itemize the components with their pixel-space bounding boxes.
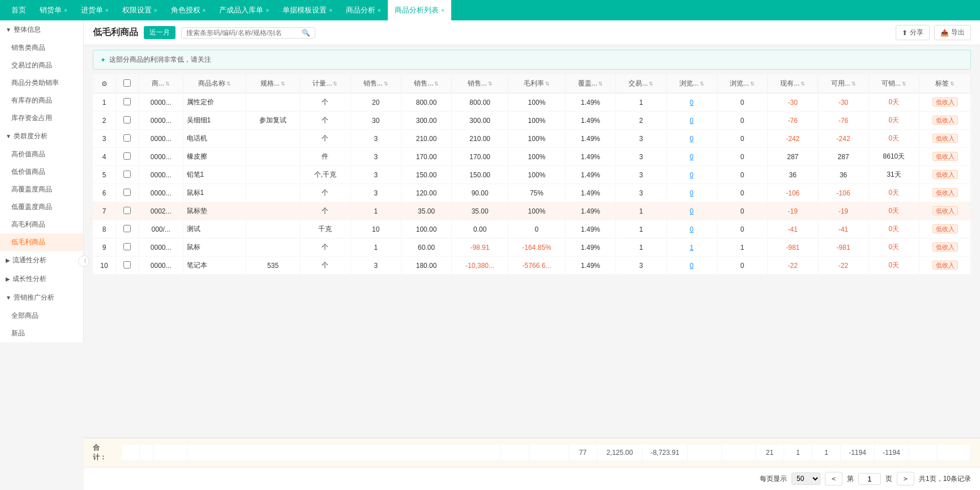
col-cover-rate[interactable]: 覆盖...⇅ — [565, 74, 615, 93]
row-browse1[interactable]: 0 — [666, 220, 717, 238]
sidebar-item-in-stock[interactable]: 有库存的商品 — [0, 92, 83, 109]
col-code[interactable]: 商...⇅ — [139, 74, 183, 93]
search-icon[interactable]: 🔍 — [302, 29, 310, 37]
col-sales-qty[interactable]: 销售...⇅ — [350, 74, 401, 93]
nav-product-entry[interactable]: 产成品入库单× — [212, 0, 276, 20]
row-checkbox[interactable] — [116, 184, 139, 202]
col-name[interactable]: 商品名称⇅ — [183, 74, 246, 93]
nav-sales[interactable]: 销货单× — [33, 0, 74, 20]
prev-page-btn[interactable]: ＜ — [825, 472, 842, 485]
col-browse1[interactable]: 浏览...⇅ — [666, 74, 717, 93]
close-icon[interactable]: × — [329, 7, 332, 14]
row-select-checkbox[interactable] — [123, 225, 131, 232]
sidebar-group-marketing[interactable]: ▼ 营销推广分析 — [0, 288, 83, 307]
nav-product-analysis[interactable]: 商品分析× — [339, 0, 388, 20]
row-tag[interactable]: 低收入 — [919, 257, 971, 275]
row-tag[interactable]: 低收入 — [919, 184, 971, 202]
nav-template[interactable]: 单据模板设置× — [276, 0, 339, 20]
col-unit[interactable]: 计量...⇅ — [300, 74, 350, 93]
row-checkbox[interactable] — [116, 93, 139, 112]
row-name[interactable]: 笔记本 — [183, 257, 246, 275]
close-icon[interactable]: × — [64, 7, 67, 14]
col-checkbox[interactable] — [116, 74, 139, 93]
sidebar-group-liquidity[interactable]: ▶ 流通性分析 — [0, 251, 83, 270]
row-checkbox[interactable] — [116, 202, 139, 220]
row-name[interactable]: 鼠标1 — [183, 184, 246, 202]
col-sales-amount[interactable]: 销售...⇅ — [452, 74, 508, 93]
row-browse1[interactable]: 0 — [666, 112, 717, 130]
row-browse1[interactable]: 0 — [666, 202, 717, 220]
row-tag[interactable]: 低收入 — [919, 166, 971, 184]
row-name[interactable]: 橡皮擦 — [183, 148, 246, 166]
nav-permissions[interactable]: 权限设置× — [115, 0, 164, 20]
nav-purchase[interactable]: 进货单× — [74, 0, 115, 20]
sidebar-item-new-goods[interactable]: 新品 — [0, 325, 83, 342]
close-icon[interactable]: × — [266, 7, 269, 14]
row-checkbox[interactable] — [116, 257, 139, 275]
sidebar-item-capital[interactable]: 库存资金占用 — [0, 109, 83, 127]
row-checkbox[interactable] — [116, 148, 139, 166]
row-checkbox[interactable] — [116, 238, 139, 257]
row-browse1[interactable]: 0 — [666, 130, 717, 148]
per-page-select[interactable]: 50 100 200 — [791, 472, 820, 485]
row-tag[interactable]: 低收入 — [919, 112, 971, 130]
row-select-checkbox[interactable] — [123, 98, 131, 105]
sidebar-collapse-btn[interactable]: 《 — [78, 255, 89, 267]
col-browse2[interactable]: 浏览...⇅ — [717, 74, 767, 93]
row-tag[interactable]: 低收入 — [919, 130, 971, 148]
row-name[interactable]: 铅笔1 — [183, 166, 246, 184]
row-name[interactable]: 鼠标 — [183, 238, 246, 257]
row-browse1[interactable]: 0 — [666, 184, 717, 202]
row-checkbox[interactable] — [116, 166, 139, 184]
row-checkbox[interactable] — [116, 112, 139, 130]
row-checkbox[interactable] — [116, 130, 139, 148]
table-wrapper[interactable]: ⚙ 商...⇅ 商品名称⇅ 规格...⇅ 计量...⇅ 销售...⇅ 销售...… — [84, 74, 980, 437]
row-checkbox[interactable] — [116, 220, 139, 238]
col-tag[interactable]: 标签⇅ — [919, 74, 971, 93]
col-sales-price[interactable]: 销售...⇅ — [401, 74, 451, 93]
row-name[interactable]: 测试 — [183, 220, 246, 238]
col-trade-count[interactable]: 交易...⇅ — [616, 74, 666, 93]
export-btn[interactable]: 📤 导出 — [934, 25, 971, 40]
row-tag[interactable]: 低收入 — [919, 93, 971, 112]
row-select-checkbox[interactable] — [123, 207, 131, 214]
row-browse1[interactable]: 0 — [666, 148, 717, 166]
page-number-input[interactable] — [858, 473, 881, 485]
sidebar-item-high-margin[interactable]: 高毛利商品 — [0, 216, 83, 233]
share-btn[interactable]: ⬆ 分享 — [896, 25, 930, 40]
close-icon[interactable]: × — [203, 7, 206, 14]
sidebar-item-high-coverage[interactable]: 高覆盖度商品 — [0, 181, 83, 198]
row-name[interactable]: 电话机 — [183, 130, 246, 148]
sidebar-item-high-value[interactable]: 高价值商品 — [0, 146, 83, 163]
sidebar-item-low-coverage[interactable]: 低覆盖度商品 — [0, 198, 83, 216]
sidebar-item-category-rate[interactable]: 商品分类助销率 — [0, 74, 83, 92]
row-select-checkbox[interactable] — [123, 261, 131, 269]
row-name[interactable]: 鼠标垫 — [183, 202, 246, 220]
search-input[interactable] — [186, 29, 299, 37]
select-all-checkbox[interactable] — [123, 79, 131, 87]
row-name[interactable]: 吴细细1 — [183, 112, 246, 130]
col-settings[interactable]: ⚙ — [93, 74, 116, 93]
row-select-checkbox[interactable] — [123, 171, 131, 178]
sidebar-item-all-goods[interactable]: 全部商品 — [0, 307, 83, 325]
nav-roles[interactable]: 角色授权× — [164, 0, 213, 20]
row-select-checkbox[interactable] — [123, 134, 131, 142]
row-browse1[interactable]: 1 — [666, 238, 717, 257]
sidebar-group-cluster[interactable]: ▼ 类群度分析 — [0, 127, 83, 146]
row-select-checkbox[interactable] — [123, 116, 131, 123]
row-name[interactable]: 属性定价 — [183, 93, 246, 112]
col-sellable[interactable]: 可销...⇅ — [868, 74, 919, 93]
row-browse1[interactable]: 0 — [666, 166, 717, 184]
row-select-checkbox[interactable] — [123, 243, 131, 250]
close-icon[interactable]: × — [154, 7, 157, 14]
close-icon[interactable]: × — [378, 7, 381, 14]
row-tag[interactable]: 低收入 — [919, 220, 971, 238]
col-spec[interactable]: 规格...⇅ — [246, 74, 300, 93]
sidebar-item-traded-goods[interactable]: 交易过的商品 — [0, 57, 83, 74]
col-current-stock[interactable]: 现有...⇅ — [768, 74, 818, 93]
nav-home[interactable]: 首页 — [5, 0, 33, 20]
row-tag[interactable]: 低收入 — [919, 238, 971, 257]
row-browse1[interactable]: 0 — [666, 257, 717, 275]
row-browse1[interactable]: 0 — [666, 93, 717, 112]
sidebar-item-low-margin[interactable]: 低毛利商品 — [0, 233, 83, 251]
